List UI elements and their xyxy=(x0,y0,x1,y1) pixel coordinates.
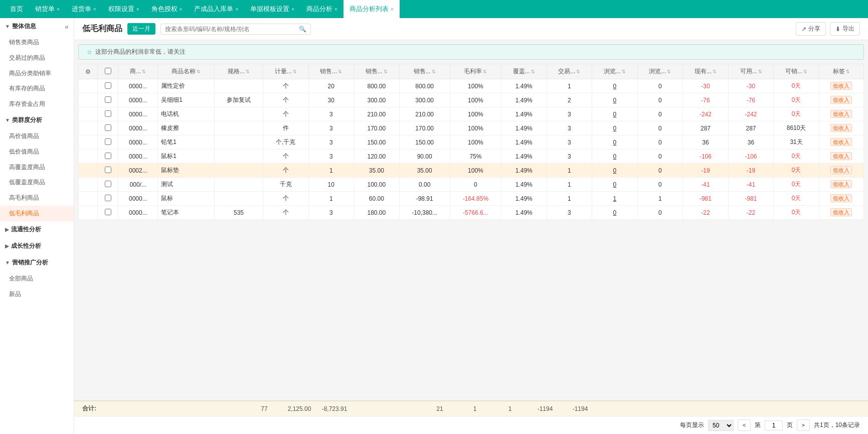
sidebar-item-low-margin[interactable]: 低毛利商品 xyxy=(0,206,74,221)
close-icon[interactable]: × xyxy=(136,7,139,12)
row-gross-margin: 75% xyxy=(450,150,501,164)
row-sales-qty: 30 xyxy=(308,93,354,107)
sidebar-item-low-coverage[interactable]: 低覆盖度商品 xyxy=(0,175,74,190)
nav-item-roles[interactable]: 角色授权 × xyxy=(145,0,189,18)
row-checkbox[interactable] xyxy=(98,150,118,164)
row-available: -76 xyxy=(728,93,774,107)
row-browse1[interactable]: 0 xyxy=(592,178,638,192)
nav-item-template[interactable]: 单据模板设置 × xyxy=(244,0,300,18)
row-check[interactable] xyxy=(105,96,111,103)
close-icon[interactable]: × xyxy=(334,7,337,12)
row-spec xyxy=(215,79,263,93)
nav-item-home[interactable]: 首页 xyxy=(4,0,29,18)
row-code: 0000... xyxy=(118,107,158,121)
row-tag: 低收入 xyxy=(819,206,863,220)
top-nav: 首页 销货单 × 进货单 × 权限设置 × 角色授权 × 产成品入库单 × 单据… xyxy=(0,0,868,18)
page-size-select[interactable]: 50 100 xyxy=(708,420,734,431)
row-sales-cost: 210.00 xyxy=(399,107,450,121)
row-checkbox[interactable] xyxy=(98,135,118,150)
col-unit: 计量...⇅ xyxy=(263,64,308,79)
sidebar-item-low-value[interactable]: 低价值商品 xyxy=(0,144,74,160)
nav-item-product-analysis-list[interactable]: 商品分析列表 × xyxy=(343,0,400,18)
select-all-checkbox[interactable] xyxy=(105,68,111,74)
row-browse1[interactable]: 0 xyxy=(592,79,638,93)
nav-item-permissions[interactable]: 权限设置 × xyxy=(102,0,145,18)
col-setting[interactable]: ⚙ xyxy=(79,64,98,79)
page-number-input[interactable] xyxy=(765,420,783,430)
row-name: 属性定价 xyxy=(158,79,215,93)
row-checkbox[interactable] xyxy=(98,192,118,206)
row-check[interactable] xyxy=(105,124,111,131)
filter-month-button[interactable]: 近一月 xyxy=(127,23,155,35)
prev-page-button[interactable]: ＜ xyxy=(738,419,751,431)
row-browse1[interactable]: 0 xyxy=(592,93,638,107)
sidebar-item-all-products[interactable]: 全部商品 xyxy=(0,271,74,286)
sidebar-item-high-value[interactable]: 高价值商品 xyxy=(0,128,74,144)
close-icon[interactable]: × xyxy=(180,7,183,12)
chevron-down-icon: ▼ xyxy=(5,117,10,123)
row-browse1[interactable]: 0 xyxy=(592,150,638,164)
row-browse1[interactable]: 0 xyxy=(592,206,638,220)
nav-item-purchase[interactable]: 进货单 × xyxy=(66,0,102,18)
row-trade: 2 xyxy=(547,93,592,107)
share-button[interactable]: ↗ 分享 xyxy=(796,22,826,36)
export-icon: ⬇ xyxy=(835,26,840,33)
export-button[interactable]: ⬇ 导出 xyxy=(830,22,860,36)
row-sales-qty: 20 xyxy=(308,79,354,93)
close-icon[interactable]: × xyxy=(391,7,394,12)
row-checkbox[interactable] xyxy=(98,178,118,192)
sidebar-item-in-stock[interactable]: 有库存的商品 xyxy=(0,81,74,96)
sidebar-group-overall[interactable]: ▼ 整体信息 « xyxy=(0,18,74,35)
sidebar-group-cluster[interactable]: ▼ 类群度分析 xyxy=(0,112,74,128)
row-checkbox[interactable] xyxy=(98,107,118,121)
row-check[interactable] xyxy=(105,181,111,187)
row-check[interactable] xyxy=(105,195,111,201)
row-code: 000/... xyxy=(118,178,158,192)
next-page-button[interactable]: ＞ xyxy=(797,419,810,431)
search-icon[interactable]: 🔍 xyxy=(299,26,306,33)
row-browse1[interactable]: 1 xyxy=(592,192,638,206)
close-icon[interactable]: × xyxy=(291,7,294,12)
row-browse1[interactable]: 0 xyxy=(592,135,638,150)
row-browse1[interactable]: 0 xyxy=(592,164,638,178)
row-checkbox[interactable] xyxy=(98,93,118,107)
row-browse1[interactable]: 0 xyxy=(592,121,638,135)
row-checkbox[interactable] xyxy=(98,79,118,93)
row-coverage: 1.49% xyxy=(501,121,547,135)
row-check[interactable] xyxy=(105,82,111,89)
row-browse1[interactable]: 0 xyxy=(592,107,638,121)
sidebar-item-stock-capital[interactable]: 库存资金占用 xyxy=(0,96,74,112)
row-checkbox[interactable] xyxy=(98,164,118,178)
row-check[interactable] xyxy=(105,209,111,215)
nav-item-sales[interactable]: 销货单 × xyxy=(29,0,66,18)
col-checkbox[interactable] xyxy=(98,64,118,79)
sidebar-group-flow[interactable]: ▶ 流通性分析 xyxy=(0,221,74,238)
nav-item-product-analysis[interactable]: 商品分析 × xyxy=(300,0,343,18)
sidebar-item-sales-products[interactable]: 销售类商品 xyxy=(0,35,74,50)
sidebar-item-category-rate[interactable]: 商品分类助销率 xyxy=(0,66,74,81)
search-input[interactable] xyxy=(165,26,299,33)
row-code: 0000... xyxy=(118,135,158,150)
row-check[interactable] xyxy=(105,167,111,173)
row-sales-cost: -98.91 xyxy=(399,192,450,206)
row-checkbox[interactable] xyxy=(98,206,118,220)
sidebar-group-growth[interactable]: ▶ 成长性分析 xyxy=(0,238,74,254)
close-icon[interactable]: × xyxy=(235,7,238,12)
close-icon[interactable]: × xyxy=(93,7,96,12)
nav-item-product-entry[interactable]: 产成品入库单 × xyxy=(188,0,244,18)
collapse-icon[interactable]: « xyxy=(65,23,69,31)
row-checkbox[interactable] xyxy=(98,121,118,135)
sidebar-item-high-coverage[interactable]: 高覆盖度商品 xyxy=(0,160,74,175)
footer-sales-qty: 77 xyxy=(247,405,282,412)
row-check[interactable] xyxy=(105,110,111,117)
sidebar-item-new-products[interactable]: 新品 xyxy=(0,286,74,302)
row-check[interactable] xyxy=(105,153,111,159)
row-trade: 1 xyxy=(547,164,592,178)
sidebar-item-traded-products[interactable]: 交易过的商品 xyxy=(0,50,74,66)
sidebar-item-high-margin[interactable]: 高毛利商品 xyxy=(0,190,74,206)
sidebar-group-marketing[interactable]: ▼ 营销推广分析 xyxy=(0,254,74,271)
row-check[interactable] xyxy=(105,138,111,145)
close-icon[interactable]: × xyxy=(57,7,60,12)
col-gross-margin: 毛利率⇅ xyxy=(450,64,501,79)
table-row: 0000... 电话机 个 3 210.00 210.00 100% 1.49%… xyxy=(79,107,864,121)
